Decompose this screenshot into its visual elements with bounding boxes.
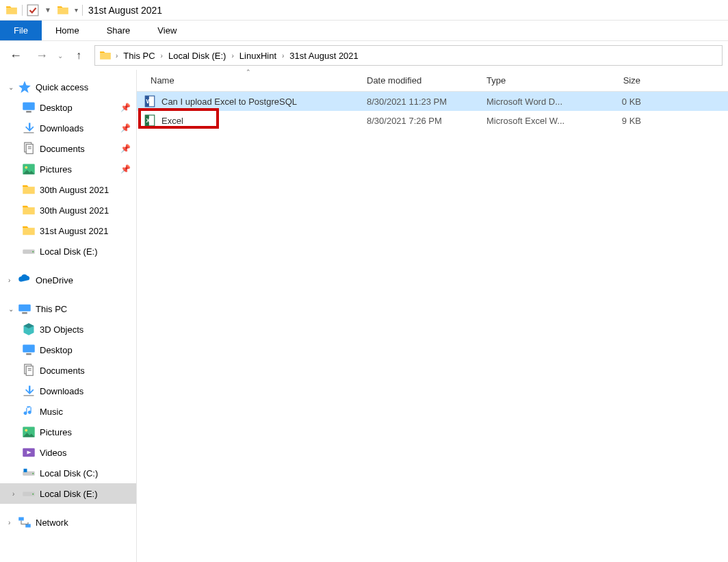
- history-dropdown[interactable]: ⌄: [57, 52, 63, 60]
- folder-icon: [57, 4, 69, 16]
- sidebar-item[interactable]: Downloads📌: [0, 118, 136, 138]
- pin-icon: 📌: [120, 164, 131, 174]
- sidebar-item[interactable]: Downloads: [0, 381, 136, 401]
- chevron-right-icon[interactable]: ›: [12, 490, 22, 498]
- chevron-down-icon[interactable]: ▾: [75, 6, 78, 14]
- tree-label: Local Disk (E:): [40, 489, 98, 499]
- quick-access-root[interactable]: ⌄ Quick access: [0, 77, 136, 97]
- breadcrumb-item[interactable]: This PC: [122, 48, 156, 64]
- svg-rect-3: [24, 132, 34, 133]
- this-pc-root[interactable]: ⌄ This PC: [0, 298, 136, 319]
- quick-access-icon: [18, 80, 31, 94]
- chevron-right-icon[interactable]: ›: [8, 277, 18, 284]
- file-type: Microsoft Word D...: [480, 97, 582, 107]
- chevron-right-icon[interactable]: ›: [282, 52, 284, 60]
- sidebar-item[interactable]: Local Disk (E:): [0, 241, 136, 261]
- breadcrumb-item[interactable]: 31st August 2021: [288, 48, 359, 64]
- chevron-right-icon[interactable]: ›: [8, 519, 18, 526]
- tree-label: Desktop: [40, 103, 73, 113]
- up-button[interactable]: ↑: [68, 45, 89, 66]
- svg-rect-12: [18, 305, 31, 311]
- onedrive-root[interactable]: › OneDrive: [0, 270, 136, 290]
- navbar: ← → ⌄ ↑ › This PC › Local Disk (E:) › Li…: [0, 41, 728, 70]
- tab-share[interactable]: Share: [93, 21, 144, 40]
- chevron-right-icon[interactable]: ›: [231, 52, 233, 60]
- chevron-down-icon[interactable]: ▼: [44, 6, 51, 14]
- chevron-down-icon[interactable]: ⌄: [8, 305, 18, 313]
- sidebar-item[interactable]: Desktop: [0, 340, 136, 360]
- breadcrumb-item[interactable]: LinuxHint: [238, 48, 278, 64]
- folder-icon: [99, 49, 112, 62]
- network-root[interactable]: › Network: [0, 512, 136, 533]
- svg-text:X: X: [146, 117, 150, 124]
- breadcrumb-item[interactable]: Local Disk (E:): [167, 48, 228, 64]
- column-header-row: ⌃ Name Date modified Type Size: [137, 70, 728, 92]
- chevron-right-icon[interactable]: ›: [161, 52, 163, 60]
- drive-icon: [22, 244, 36, 258]
- column-header-type[interactable]: Type: [480, 70, 582, 91]
- sort-arrow-icon: ⌃: [246, 68, 251, 75]
- desktop-icon: [22, 101, 36, 114]
- content-area: ⌄ Quick access Desktop📌Downloads📌Documen…: [0, 70, 728, 562]
- tab-file[interactable]: File: [0, 21, 42, 40]
- svg-rect-1: [23, 103, 35, 110]
- sidebar-item[interactable]: Local Disk (C:): [0, 463, 136, 483]
- drive-c-icon: [22, 466, 36, 480]
- file-row[interactable]: XExcel8/30/2021 7:26 PMMicrosoft Excel W…: [137, 111, 728, 130]
- sidebar-item[interactable]: Documents: [0, 360, 136, 381]
- tree-label: 3D Objects: [40, 324, 83, 335]
- column-header-date[interactable]: Date modified: [360, 70, 480, 91]
- sidebar-item[interactable]: Desktop📌: [0, 97, 136, 118]
- 3d-icon: [22, 322, 36, 336]
- pin-icon: 📌: [120, 144, 131, 153]
- sidebar-item[interactable]: 3D Objects: [0, 319, 136, 340]
- ribbon: File Home Share View: [0, 21, 728, 41]
- sidebar-item[interactable]: Music: [0, 401, 136, 422]
- file-row[interactable]: WCan I upload Excel to PostgreSQL8/30/20…: [137, 92, 728, 111]
- column-header-name[interactable]: ⌃ Name: [137, 70, 360, 91]
- address-bar[interactable]: › This PC › Local Disk (E:) › LinuxHint …: [94, 45, 723, 66]
- checkmark-icon[interactable]: [27, 4, 39, 16]
- sidebar-item[interactable]: 30th August 2021: [0, 200, 136, 220]
- svg-rect-15: [26, 353, 31, 355]
- svg-point-11: [32, 251, 34, 253]
- column-header-size[interactable]: Size: [582, 70, 648, 91]
- tree-label: Desktop: [40, 345, 73, 355]
- tree-label: Local Disk (C:): [40, 468, 98, 478]
- file-name: Can I upload Excel to PostgreSQL: [161, 97, 297, 107]
- sidebar-item[interactable]: 30th August 2021: [0, 179, 136, 200]
- svg-rect-0: [27, 5, 38, 16]
- separator: [22, 5, 23, 16]
- videos-icon: [22, 446, 36, 459]
- tree-label: 31st August 2021: [40, 226, 108, 236]
- tree-label: Quick access: [36, 82, 88, 92]
- folder-icon: [22, 183, 36, 196]
- sidebar-item[interactable]: 31st August 2021: [0, 220, 136, 241]
- tree-label: OneDrive: [36, 275, 73, 285]
- sidebar-item[interactable]: Pictures: [0, 422, 136, 442]
- tree-label: Network: [36, 518, 68, 528]
- chevron-right-icon[interactable]: ›: [116, 52, 118, 60]
- network-icon: [18, 515, 31, 529]
- svg-point-9: [25, 166, 27, 169]
- svg-rect-30: [25, 524, 31, 528]
- tree-label: Pictures: [40, 427, 72, 437]
- this-pc-icon: [18, 302, 31, 316]
- chevron-down-icon[interactable]: ⌄: [8, 84, 18, 91]
- word-icon: W: [144, 95, 156, 107]
- navigation-pane: ⌄ Quick access Desktop📌Downloads📌Documen…: [0, 70, 137, 562]
- pin-icon: 📌: [120, 123, 131, 133]
- documents-icon: [22, 363, 36, 377]
- sidebar-item[interactable]: ›Local Disk (E:): [0, 483, 136, 504]
- excel-icon: X: [144, 114, 156, 127]
- sidebar-item[interactable]: Pictures📌: [0, 159, 136, 179]
- svg-point-22: [25, 429, 27, 432]
- back-button[interactable]: ←: [5, 45, 26, 66]
- tree-label: Music: [40, 407, 63, 417]
- documents-icon: [22, 142, 36, 155]
- tab-home[interactable]: Home: [42, 21, 93, 40]
- tab-view[interactable]: View: [144, 21, 190, 40]
- sidebar-item[interactable]: Videos: [0, 442, 136, 463]
- sidebar-item[interactable]: Documents📌: [0, 138, 136, 159]
- tree-label: Local Disk (E:): [40, 246, 98, 257]
